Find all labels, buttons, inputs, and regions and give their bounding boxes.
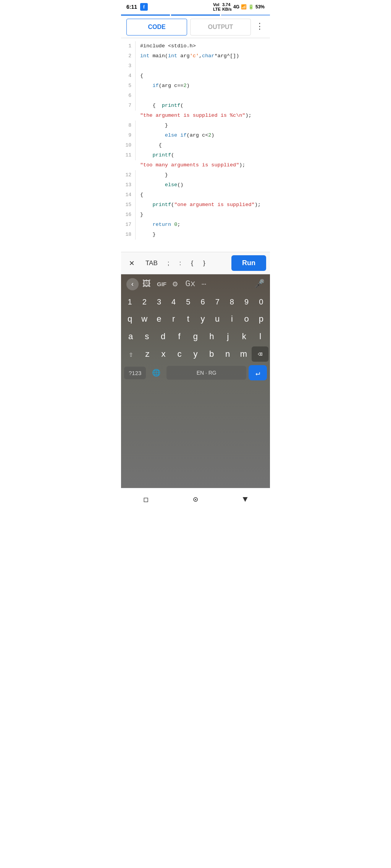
keyboard-z-row: ⇧ zxcybnm ⌫ [121,345,270,363]
key-q[interactable]: q [124,311,136,327]
key-y[interactable]: y [190,346,201,362]
nav-bar: ◻ ⊙ ▼ [121,488,270,511]
line-content[interactable]: printf("one argument is supplied"); [136,200,270,210]
tab-key[interactable]: TAB [142,258,161,269]
facebook-icon: f [140,3,148,11]
key-h[interactable]: h [206,329,217,345]
line-number: 12 [121,170,136,180]
key-u[interactable]: u [212,311,223,327]
network-info: VolLTE [213,2,221,11]
space-key[interactable]: EN · RG [166,366,246,380]
line-content[interactable]: { printf("the argument is supplied is %c… [136,101,270,121]
line-number: 3 [121,61,136,71]
key-1[interactable]: 1 [124,295,136,309]
key-8[interactable]: 8 [226,295,238,309]
more-options-icon[interactable]: ⋮ [252,23,266,31]
code-editor[interactable]: 1#include <stdio.h>2int main(int arg'c',… [121,38,270,252]
translate-icon[interactable]: Gx [181,278,199,290]
key-r[interactable]: r [168,311,179,327]
enter-key[interactable]: ↵ [249,365,267,380]
key-d[interactable]: d [157,329,169,345]
settings-icon[interactable]: ⚙ [169,277,181,291]
line-content[interactable]: } [136,230,270,240]
mic-icon[interactable]: 🎤 [254,279,265,289]
key-z[interactable]: z [142,346,153,362]
shift-key[interactable]: ⇧ [123,346,139,362]
recents-nav-icon[interactable]: ▼ [235,493,255,507]
key-l[interactable]: l [255,329,266,345]
key-e[interactable]: e [153,311,165,327]
key-g[interactable]: g [190,329,201,345]
key-3[interactable]: 3 [153,295,165,309]
progress-bar-1 [121,14,170,16]
colon-key[interactable]: : [176,258,184,269]
key-2[interactable]: 2 [139,295,150,309]
backspace-key[interactable]: ⌫ [252,346,268,362]
globe-icon[interactable]: 🌐 [148,367,164,378]
key-s[interactable]: s [141,329,153,345]
key-0[interactable]: 0 [255,295,267,309]
key-w[interactable]: w [139,311,150,327]
close-brace-key[interactable]: } [200,258,208,269]
code-line-4: 4{ [121,71,270,81]
line-content[interactable] [136,91,270,101]
key-f[interactable]: f [174,329,185,345]
line-content[interactable]: } [136,121,270,130]
line-content[interactable]: return 0; [136,220,270,230]
line-content[interactable] [136,61,270,71]
progress-bars [121,14,270,16]
key-b[interactable]: b [206,346,217,362]
emoji-icon[interactable]: 🖼 [139,277,155,291]
line-number: 8 [121,121,136,130]
line-content[interactable]: int main(int arg'c',char*arg^[]) [136,51,270,61]
key-t[interactable]: t [183,311,194,327]
code-line-9: 9 else if(arg c<2) [121,130,270,140]
key-m[interactable]: m [238,346,249,362]
time: 6:11 [126,4,137,10]
key-a[interactable]: a [125,329,136,345]
key-c[interactable]: c [174,346,185,362]
tab-output[interactable]: OUTPUT [190,19,251,35]
key-7[interactable]: 7 [212,295,223,309]
line-content[interactable]: { [136,71,270,81]
keyboard-number-row: 1234567890 [121,294,270,310]
close-button[interactable]: ✕ [125,256,139,270]
line-content[interactable]: printf("too many arguments is supplied")… [136,150,270,170]
gif-label[interactable]: GIF [155,279,169,289]
back-nav-icon[interactable]: ◻ [136,492,156,507]
key-5[interactable]: 5 [183,295,194,309]
key-y[interactable]: y [197,311,208,327]
key-o[interactable]: o [241,311,252,327]
key-i[interactable]: i [226,311,238,327]
line-content[interactable]: } [136,170,270,180]
line-number: 15 [121,200,136,210]
key-x[interactable]: x [158,346,169,362]
tab-bar: CODE OUTPUT ⋮ [121,16,270,38]
line-content[interactable]: { [136,190,270,200]
keyboard-a-row: asdfghjkl [121,328,270,345]
code-line-11: 11 printf("too many arguments is supplie… [121,150,270,170]
more-dots[interactable]: ··· [199,279,209,289]
key-4[interactable]: 4 [168,295,179,309]
keyboard-left-arrow[interactable]: ‹ [126,278,139,290]
key-6[interactable]: 6 [197,295,208,309]
battery-level: 53% [255,4,265,10]
line-content[interactable]: { [136,140,270,150]
line-content[interactable]: } [136,210,270,220]
run-button[interactable]: Run [231,255,266,271]
tab-code[interactable]: CODE [126,19,187,35]
line-content[interactable]: else() [136,180,270,190]
open-brace-key[interactable]: { [188,258,196,269]
key-n[interactable]: n [222,346,233,362]
line-content[interactable]: else if(arg c<2) [136,130,270,140]
signal-bars: 📶 [241,4,247,10]
key-9[interactable]: 9 [241,295,252,309]
key-k[interactable]: k [238,329,250,345]
home-nav-icon[interactable]: ⊙ [185,492,205,507]
line-content[interactable]: if(arg c==2) [136,81,270,91]
numeric-switch-key[interactable]: ?123 [124,367,146,379]
key-p[interactable]: p [255,311,267,327]
semicolon-key[interactable]: ; [165,258,173,269]
key-j[interactable]: j [222,329,234,345]
line-content[interactable]: #include <stdio.h> [136,41,270,51]
